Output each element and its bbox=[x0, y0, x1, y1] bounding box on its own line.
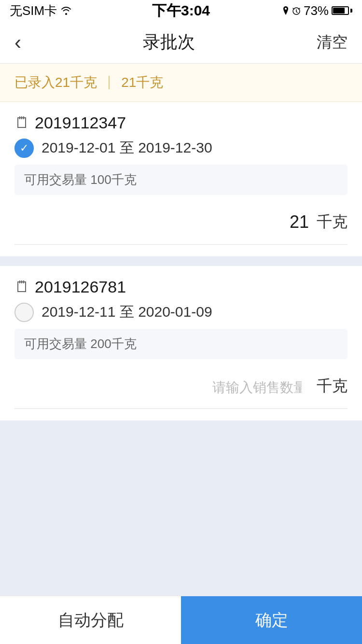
status-right: 73% bbox=[282, 3, 352, 18]
svg-point-0 bbox=[285, 8, 287, 10]
radio-checked-1[interactable]: ✓ bbox=[14, 139, 34, 158]
batch-item-1: 🗒 2019112347 ✓ 2019-12-01 至 2019-12-30 可… bbox=[0, 102, 362, 256]
unit-label-1: 千克 bbox=[317, 211, 348, 233]
qty-input-2[interactable] bbox=[212, 376, 309, 396]
info-divider bbox=[109, 76, 110, 89]
back-button[interactable]: ‹ bbox=[14, 32, 21, 53]
status-left: 无SIM卡 bbox=[10, 2, 71, 19]
batch-item-2: 🗒 2019126781 2019-12-11 至 2020-01-09 可用交… bbox=[0, 266, 362, 420]
carrier-label: 无SIM卡 bbox=[10, 2, 57, 19]
batch-header-2: 🗒 2019126781 bbox=[14, 278, 348, 296]
available-text-1: 可用交易量 100千克 bbox=[24, 172, 137, 187]
confirm-button[interactable]: 确定 bbox=[181, 596, 362, 644]
batch-select-row-2[interactable]: 2019-12-11 至 2020-01-09 bbox=[14, 302, 348, 322]
info-banner: 已录入21千克 21千克 bbox=[0, 64, 362, 102]
batch-id-1: 2019112347 bbox=[35, 113, 126, 132]
nav-bar: ‹ 录批次 清空 bbox=[0, 21, 362, 64]
qty-value-1: 21 bbox=[290, 212, 309, 232]
batch-id-2: 2019126781 bbox=[35, 278, 126, 296]
batch-select-row-1[interactable]: ✓ 2019-12-01 至 2019-12-30 bbox=[14, 138, 348, 158]
empty-area bbox=[0, 420, 362, 614]
available-box-2: 可用交易量 200千克 bbox=[14, 329, 348, 359]
input-row-1: 21 千克 bbox=[14, 205, 348, 245]
available-text-2: 可用交易量 200千克 bbox=[24, 336, 137, 351]
batch-date-2: 2019-12-11 至 2020-01-09 bbox=[42, 302, 212, 322]
auto-distribute-button[interactable]: 自动分配 bbox=[0, 596, 181, 644]
unit-label-2: 千克 bbox=[317, 376, 348, 397]
entered-label: 已录入21千克 bbox=[14, 73, 97, 92]
checkmark-icon-1: ✓ bbox=[20, 143, 28, 154]
batch-date-1: 2019-12-01 至 2019-12-30 bbox=[42, 138, 212, 158]
bottom-bar: 自动分配 确定 bbox=[0, 596, 362, 644]
status-time: 下午3:04 bbox=[152, 1, 210, 21]
separator-1 bbox=[0, 256, 362, 266]
status-bar: 无SIM卡 下午3:04 73% bbox=[0, 0, 362, 21]
battery-icon bbox=[332, 6, 352, 15]
batch-header-1: 🗒 2019112347 bbox=[14, 113, 348, 132]
wifi-icon bbox=[61, 3, 71, 18]
alarm-icon bbox=[292, 3, 301, 18]
location-icon bbox=[282, 3, 289, 18]
batch-doc-icon-1: 🗒 bbox=[14, 114, 30, 132]
clear-button[interactable]: 清空 bbox=[317, 32, 348, 53]
page-title: 录批次 bbox=[143, 30, 195, 54]
radio-unchecked-2[interactable] bbox=[14, 303, 34, 322]
batch-doc-icon-2: 🗒 bbox=[14, 278, 30, 296]
input-row-2[interactable]: 千克 bbox=[14, 369, 348, 409]
battery-label: 73% bbox=[304, 3, 329, 18]
entered-value: 21千克 bbox=[121, 73, 163, 92]
available-box-1: 可用交易量 100千克 bbox=[14, 165, 348, 195]
